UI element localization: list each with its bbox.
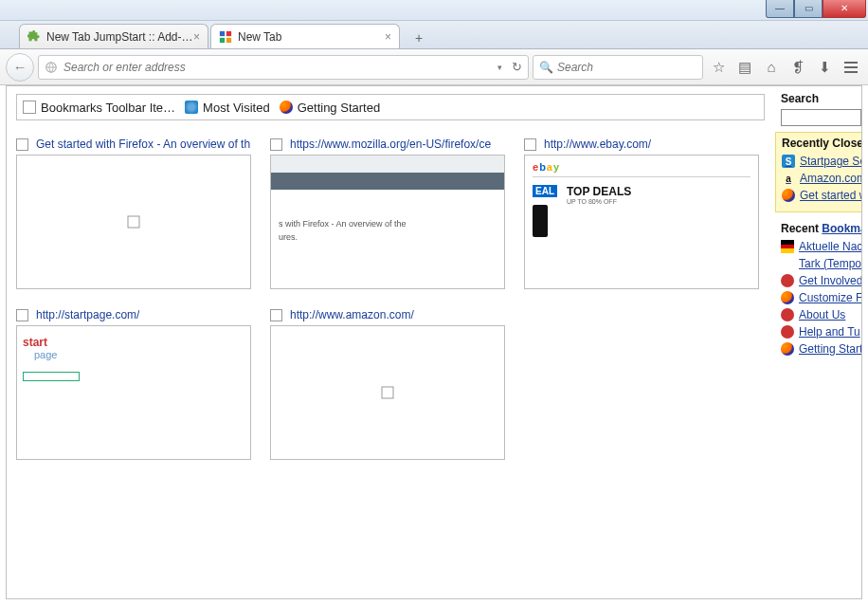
firefox-icon [280,101,293,114]
sidebar: Search Recently Closed SStartpage Se aAm… [774,86,861,598]
tile-thumbnail[interactable] [16,155,251,289]
tile-checkbox[interactable] [524,138,536,151]
tile-startpage[interactable]: http://startpage.com/ start page [16,308,251,460]
placeholder-icon [128,216,140,229]
tile-mozilla[interactable]: https://www.mozilla.org/en-US/firefox/ce… [270,138,505,289]
sidebar-link-amazon[interactable]: aAmazon.com [782,170,861,187]
sidebar-link-tark[interactable]: Tark (Tempo [781,255,861,272]
page-content: Bookmarks Toolbar Ite… Most Visited Gett… [6,85,862,599]
window-maximize-button[interactable]: ▭ [794,0,823,18]
tile-checkbox[interactable] [16,138,28,151]
bookmarks-toolbar: Bookmarks Toolbar Ite… Most Visited Gett… [16,94,765,120]
tile-label: http://www.ebay.com/ [544,138,651,151]
window-close-button[interactable]: ✕ [823,0,866,18]
folder-icon [23,101,36,114]
svg-rect-2 [220,37,225,42]
back-button[interactable]: ← [6,53,34,82]
most-visited-icon [185,101,198,114]
tile-checkbox[interactable] [16,309,28,321]
mozilla-icon [781,274,794,287]
mozilla-icon [781,325,794,339]
tile-thumbnail[interactable]: s with Firefox - An overview of theures. [270,155,505,289]
tile-checkbox[interactable] [270,309,282,321]
window-titlebar: — ▭ ✕ [0,0,868,21]
downloads-button[interactable]: ⬇ [813,56,836,79]
bookmark-label: Bookmarks Toolbar Ite… [41,101,175,115]
sidebar-recent-bookmarks-heading: Recent Bookma [781,222,861,235]
menu-button[interactable] [840,56,862,79]
sidebar-search-input[interactable] [781,109,861,126]
tab-newtab[interactable]: New Tab × [210,24,400,48]
tile-amazon[interactable]: http://www.amazon.com/ [270,308,505,460]
home-button[interactable]: ⌂ [760,56,783,79]
tile-ebay[interactable]: http://www.ebay.com/ ebay EAL TOP DEALS … [524,138,759,289]
tile-label: http://www.amazon.com/ [290,308,414,321]
sidebar-search-heading: Search [775,86,861,109]
share-button[interactable]: ❡ [787,56,809,79]
tab-close-icon[interactable]: × [385,30,391,44]
tab-label: New Tab JumpStart :: Add-… [46,30,193,44]
sidebar-link-getinvolved[interactable]: Get Involved [781,272,861,289]
search-input[interactable] [557,61,700,74]
ebay-logo: ebay [533,161,750,173]
reload-icon[interactable]: ↻ [512,60,522,74]
window-minimize-button[interactable]: — [766,0,794,18]
tab-strip: New Tab JumpStart :: Add-… × New Tab × + [0,21,868,49]
sidebar-link-aktuelle[interactable]: Aktuelle Nac [781,238,861,255]
tile-thumbnail[interactable]: ebay EAL TOP DEALS UP TO 80% OFF [524,155,759,289]
puzzle-icon [27,30,41,44]
bookmarks-toolbar-item-gettingstarted[interactable]: Getting Started [280,101,380,115]
bookmark-label: Getting Started [298,101,380,115]
bookmarks-toolbar-item-folder[interactable]: Bookmarks Toolbar Ite… [23,101,175,115]
tab-close-icon[interactable]: × [193,30,200,44]
bookmarks-toolbar-item-mostvisited[interactable]: Most Visited [185,101,270,115]
address-bar[interactable]: ▾ ↻ [38,55,529,80]
tile-thumbnail[interactable]: start page [16,325,251,460]
nav-toolbar: ← ▾ ↻ 🔍 ☆ ▤ ⌂ ❡ ⬇ [0,49,868,85]
svg-rect-3 [226,37,231,42]
tab-label: New Tab [238,30,281,44]
hamburger-icon [844,62,858,73]
svg-rect-1 [226,30,231,35]
sidebar-recently-closed: Recently Closed SStartpage Se aAmazon.co… [775,132,861,212]
tile-label: Get started with Firefox - An overview o… [36,138,250,151]
firefox-icon [781,291,794,304]
new-tab-button[interactable]: + [407,28,430,48]
sidebar-link-gettingstart[interactable]: Getting Start [781,340,861,358]
tab-addons[interactable]: New Tab JumpStart :: Add-… × [19,24,208,48]
germany-flag-icon [781,240,794,253]
startpage-icon: S [782,155,795,168]
tile-thumbnail[interactable] [270,325,505,460]
sidebar-link-customize[interactable]: Customize F [781,289,861,306]
svg-rect-0 [220,30,225,35]
library-button[interactable]: ▤ [733,56,756,79]
url-dropdown-icon[interactable]: ▾ [497,63,502,72]
search-icon: 🔍 [539,61,553,74]
jumpstart-icon [219,30,232,44]
bookmarks-link[interactable]: Bookma [822,222,861,235]
tile-label: http://startpage.com/ [36,308,139,321]
bookmark-label: Most Visited [203,101,270,115]
sidebar-link-aboutus[interactable]: About Us [781,306,861,323]
speed-dial-grid: Get started with Firefox - An overview o… [16,138,765,460]
tile-firefox-getstarted[interactable]: Get started with Firefox - An overview o… [16,138,251,289]
firefox-icon [782,189,795,202]
firefox-icon [781,342,794,356]
sidebar-recently-closed-heading: Recently Closed [782,137,861,150]
sidebar-link-startpage[interactable]: SStartpage Se [782,153,861,170]
sidebar-recent-bookmarks: Recent Bookma Aktuelle Nac Tark (Tempo G… [775,218,861,365]
sidebar-link-getstarted[interactable]: Get started w [782,187,861,204]
mozilla-icon [781,308,794,321]
tile-checkbox[interactable] [270,138,282,151]
tile-label: https://www.mozilla.org/en-US/firefox/ce [290,138,491,151]
amazon-icon: a [782,172,795,185]
search-bar[interactable]: 🔍 [533,55,703,80]
bookmark-star-button[interactable]: ☆ [707,56,730,79]
main-column: Bookmarks Toolbar Ite… Most Visited Gett… [7,86,774,598]
placeholder-icon [382,387,394,399]
sidebar-link-help[interactable]: Help and Tu [781,323,861,340]
globe-icon [45,61,58,74]
url-input[interactable] [63,61,492,74]
